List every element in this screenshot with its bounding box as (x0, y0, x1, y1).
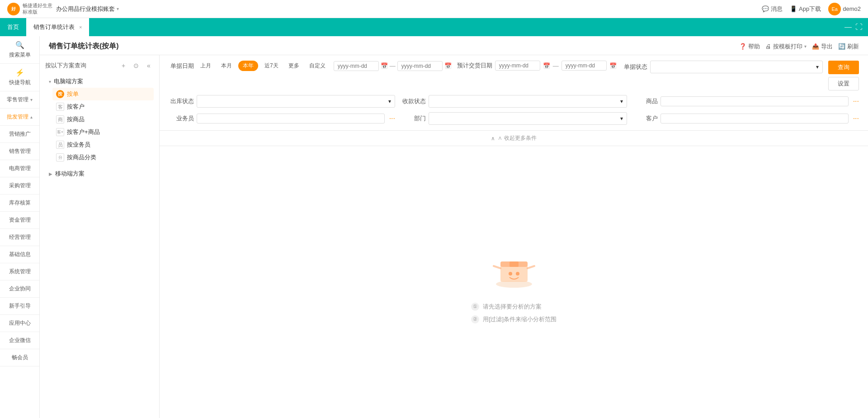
export-button[interactable]: 📤 导出 (812, 43, 833, 51)
header-left: 好 畅捷通好生意 标准版 办公用品行业模拟账套 ▾ (7, 3, 119, 15)
scheme-item-by-salesman[interactable]: 员 按业务员 (52, 138, 154, 151)
goods-dots-icon[interactable]: ··· (853, 97, 859, 105)
refresh-button[interactable]: 🔄 刷新 (838, 43, 859, 51)
help-icon: ❓ (739, 43, 746, 50)
sidebar-item-search[interactable]: 🔍 搜索菜单 (0, 36, 39, 64)
empty-svg (487, 241, 541, 295)
sidebar-item-ecommerce[interactable]: 电商管理 (0, 160, 39, 177)
pc-section-label[interactable]: ▾ 电脑端方案 (45, 75, 154, 88)
last7-btn[interactable]: 近7天 (261, 61, 282, 71)
message-icon: 💬 (762, 5, 769, 12)
scheme-item-by-category[interactable]: 分 按商品分类 (52, 151, 154, 164)
more-btn[interactable]: 更多 (285, 61, 303, 71)
page-title: 销售订单统计表(按单) (49, 42, 119, 51)
collapse-icon: ∧ (491, 135, 495, 142)
sidebar-item-wholesale[interactable]: 批发管理 ▴ (0, 109, 39, 126)
bill-status-select[interactable]: ▾ (650, 61, 823, 73)
content-area: 销售订单统计表(按单) ❓ 帮助 🖨 按模板打印 ▾ 📤 导出 🔄 刷新 (40, 36, 868, 418)
workspace-chevron-icon: ▾ (117, 6, 119, 11)
sidebar-item-purchase[interactable]: 采购管理 (0, 177, 39, 195)
retail-arrow-icon: ▾ (30, 97, 33, 102)
expected-date-sep: — (553, 62, 559, 69)
department-label: 部门 (401, 114, 426, 123)
department-select[interactable]: ▾ (429, 112, 627, 125)
customer-input[interactable] (660, 114, 849, 124)
sidebar-item-vip[interactable]: 畅会员 (0, 349, 39, 366)
collapse-more-bar[interactable]: ∧ ∧ 收起更多条件 (160, 131, 868, 146)
delivery-status-label: 出库状态 (169, 97, 194, 105)
last-month-btn[interactable]: 上月 (197, 61, 215, 71)
salesman-label: 业务员 (169, 114, 194, 123)
sidebar-item-inventory[interactable]: 库存核算 (0, 195, 39, 212)
mobile-section-label[interactable]: ▶ 移动端方案 (45, 167, 154, 180)
expected-date-to-icon[interactable]: 📅 (609, 62, 617, 69)
minimize-icon[interactable]: — (844, 23, 852, 31)
delivery-status-select[interactable]: ▾ (197, 95, 395, 108)
salesman-dots-icon[interactable]: ··· (389, 114, 395, 123)
avatar: Ea (828, 3, 841, 15)
search-icon: 🔍 (15, 41, 24, 49)
help-button[interactable]: ❓ 帮助 (739, 43, 760, 51)
sidebar-item-appcenter[interactable]: 应用中心 (0, 315, 39, 332)
sidebar-item-finance[interactable]: 资金管理 (0, 212, 39, 229)
department-chevron-icon: ▾ (620, 115, 623, 122)
tab-bar: 首页 销售订单统计表 × — ⛶ (0, 18, 868, 36)
scheme-item-by-order[interactable]: 按 按单 (52, 88, 154, 100)
expected-date-label: 预计交货日期 (457, 62, 492, 70)
app-download-button[interactable]: 📱 App下载 (790, 5, 821, 13)
expected-date-from-icon[interactable]: 📅 (543, 62, 550, 69)
tab-sales-order[interactable]: 销售订单统计表 × (26, 18, 89, 36)
date-to-icon[interactable]: 📅 (444, 62, 452, 69)
left-panel-header: 按以下方案查询 + ⊙ « (45, 61, 154, 71)
date-from-icon[interactable]: 📅 (381, 62, 388, 69)
svg-point-5 (516, 272, 519, 276)
collapse-panel-button[interactable]: « (144, 61, 154, 71)
sidebar-item-quicknav[interactable]: ⚡ 快捷导航 (0, 64, 39, 91)
scheme-item-by-goods[interactable]: 商 按商品 (52, 113, 154, 126)
pc-section-arrow-icon: ▾ (49, 79, 51, 84)
sidebar-item-sysm[interactable]: 系统管理 (0, 263, 39, 280)
payment-status-select[interactable]: ▾ (429, 95, 627, 108)
customer-dots-icon[interactable]: ··· (853, 114, 859, 123)
sidebar-item-newuser[interactable]: 新手引导 (0, 298, 39, 315)
scheme-item-by-customer[interactable]: 客 按客户 (52, 100, 154, 113)
tab-close-icon[interactable]: × (79, 24, 82, 30)
sidebar: 🔍 搜索菜单 ⚡ 快捷导航 零售管理 ▾ 批发管理 ▴ 营销推广 销售管理 电商… (0, 36, 40, 418)
sidebar-item-sales[interactable]: 销售管理 (0, 143, 39, 160)
expected-date-from-input[interactable] (495, 61, 540, 71)
sidebar-item-retail[interactable]: 零售管理 ▾ (0, 91, 39, 109)
print-chevron-icon: ▾ (804, 44, 807, 49)
sidebar-item-wechat[interactable]: 企业微信 (0, 332, 39, 349)
sidebar-item-basicinfo[interactable]: 基础信息 (0, 246, 39, 263)
user-menu[interactable]: Ea demo2 (828, 3, 861, 15)
maximize-icon[interactable]: ⛶ (855, 23, 863, 31)
setting-scheme-button[interactable]: ⊙ (131, 61, 141, 71)
custom-btn[interactable]: 自定义 (306, 61, 329, 71)
message-button[interactable]: 💬 消息 (762, 5, 783, 13)
add-scheme-button[interactable]: + (118, 61, 128, 71)
left-panel-actions: + ⊙ « (118, 61, 154, 71)
goods-input[interactable] (660, 96, 849, 106)
payment-status-label: 收款状态 (401, 97, 426, 105)
sidebar-item-enterprise[interactable]: 企业协同 (0, 280, 39, 298)
export-icon: 📤 (812, 43, 819, 50)
quicknav-icon: ⚡ (15, 68, 24, 77)
sidebar-item-marketing[interactable]: 营销推广 (0, 126, 39, 143)
print-button[interactable]: 🖨 按模板打印 ▾ (765, 43, 807, 51)
page-header: 销售订单统计表(按单) ❓ 帮助 🖨 按模板打印 ▾ 📤 导出 🔄 刷新 (40, 36, 868, 55)
tab-home[interactable]: 首页 (0, 18, 26, 36)
salesman-input[interactable] (197, 114, 385, 124)
date-from-input[interactable] (334, 61, 379, 71)
query-button[interactable]: 查询 (828, 61, 859, 74)
expected-date-to-input[interactable] (561, 61, 607, 71)
date-to-input[interactable] (397, 61, 443, 71)
this-year-btn[interactable]: 本年 (238, 61, 258, 71)
this-month-btn[interactable]: 本月 (217, 61, 236, 71)
print-icon: 🖨 (765, 43, 771, 50)
workspace-selector[interactable]: 办公用品行业模拟账套 ▾ (56, 5, 119, 13)
settings-button[interactable]: 设置 (828, 77, 859, 90)
sidebar-item-operations[interactable]: 经营管理 (0, 229, 39, 246)
wholesale-arrow-icon: ▴ (30, 114, 33, 119)
scheme-item-by-customer-goods[interactable]: 客+ 按客户+商品 (52, 126, 154, 138)
step-num-1: ① (471, 303, 479, 311)
